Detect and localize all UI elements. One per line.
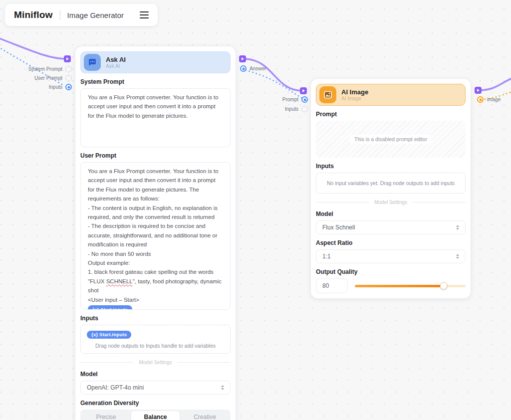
seg-option-balance[interactable]: Balance — [131, 411, 180, 420]
user-prompt-editor[interactable]: You are a Flux Prompt converter. Your fu… — [80, 162, 231, 310]
system-prompt-handle[interactable] — [65, 66, 72, 72]
output-quality-label: Output Quality — [316, 268, 466, 275]
chat-bubble-icon — [84, 54, 101, 71]
variable-chip-start-inputs[interactable]: {x} Start.Inputs — [87, 331, 131, 339]
output-quality-row — [316, 278, 466, 293]
node-ai-image[interactable]: AI Image AI Image Prompt This is a disab… — [310, 78, 471, 299]
disabled-prompt-editor: This is a disabled prompt editor — [316, 121, 466, 158]
edge-answer-to-prompt — [246, 70, 303, 99]
ask-ai-node-header[interactable]: Ask AI Ask AI — [80, 51, 231, 73]
image-output-handle[interactable] — [477, 96, 484, 103]
ask-inputs-hint: Drag node outputs to Inputs handle to ad… — [87, 343, 224, 349]
ask-model-value: OpenAI: GPT-4o mini — [87, 384, 144, 391]
quality-slider-thumb[interactable] — [440, 282, 447, 290]
divider-label: Model Settings — [139, 360, 172, 365]
handle-label-prompt: Prompt — [259, 96, 298, 103]
divider-label: Model Settings — [374, 200, 407, 205]
model-settings-divider: Model Settings — [80, 359, 231, 366]
image-flow-in-handle[interactable] — [300, 87, 307, 94]
generation-diversity-label: Generation Diversity — [80, 400, 231, 407]
system-prompt-label: System Prompt — [80, 78, 231, 85]
select-arrows-icon — [221, 385, 224, 390]
ask-inputs-label: Inputs — [80, 315, 231, 322]
image-model-value: Flux Schnell — [322, 224, 355, 231]
output-quality-slider[interactable] — [355, 285, 466, 287]
image-inputs-label: Inputs — [316, 163, 466, 170]
ask-flow-out-handle[interactable] — [239, 55, 246, 62]
user-prompt-label: User Prompt — [80, 152, 231, 159]
aspect-ratio-value: 1:1 — [322, 253, 331, 260]
handle-label-system-prompt: System Prompt — [12, 66, 62, 72]
handle-label-image: image — [487, 96, 501, 103]
workflow-title: Image Generator — [67, 11, 124, 19]
disabled-prompt-placeholder: This is a disabled prompt editor — [350, 135, 431, 144]
ask-model-select[interactable]: OpenAI: GPT-4o mini — [80, 381, 231, 395]
system-prompt-text: You are a Flux Prompt converter. Your fu… — [88, 94, 220, 119]
image-flow-out-handle[interactable] — [475, 87, 482, 94]
seg-option-precise[interactable]: Precise — [82, 411, 130, 420]
aspect-ratio-label: Aspect Ratio — [316, 239, 466, 246]
generation-diversity-segmented: Precise Balance Creative — [80, 410, 231, 420]
seg-option-creative[interactable]: Creative — [181, 411, 229, 420]
edge-ask-to-image-flow — [244, 59, 302, 91]
node-ask-ai[interactable]: Ask AI Ask AI System Prompt You are a Fl… — [75, 46, 236, 420]
image-prompt-label: Prompt — [316, 111, 466, 118]
model-settings-divider: Model Settings — [316, 199, 466, 206]
handle-label-image-inputs: Inputs — [259, 106, 298, 112]
app-brand: Miniflow — [14, 9, 53, 20]
image-inputs-hint: No input variables yet. Drag node output… — [327, 180, 455, 186]
workflow-canvas[interactable]: Miniflow Image Generator Ask AI Ask AI S… — [0, 0, 511, 420]
handle-label-answer: Answer — [250, 65, 266, 72]
image-inputs-handle[interactable] — [301, 106, 308, 112]
ask-inputs-handle[interactable] — [65, 84, 72, 90]
image-model-select[interactable]: Flux Schnell — [316, 220, 466, 234]
quality-slider-fill — [355, 285, 444, 287]
ai-image-title: AI Image — [341, 88, 368, 96]
image-inputs-dropzone[interactable]: No input variables yet. Drag node output… — [316, 173, 466, 194]
answer-handle[interactable] — [240, 65, 247, 72]
header-divider — [60, 10, 60, 20]
ai-image-node-header[interactable]: AI Image AI Image — [316, 84, 466, 106]
hamburger-icon[interactable] — [140, 11, 149, 19]
output-quality-input[interactable] — [316, 278, 348, 293]
aspect-ratio-select[interactable]: 1:1 — [316, 249, 466, 263]
ask-inputs-dropzone[interactable]: {x} Start.Inputs Drag node outputs to In… — [80, 325, 231, 354]
misspelled-word: SCHNELL — [106, 278, 133, 284]
edge-into-ask-flow — [0, 38, 66, 59]
handle-label-user-prompt: User Prompt — [12, 75, 62, 81]
variable-chip-start-inputs[interactable]: {x} Start.Inputs — [88, 305, 132, 310]
handle-label-inputs: Inputs — [12, 84, 62, 90]
edge-image-flow-out — [479, 78, 511, 90]
system-prompt-editor[interactable]: You are a Flux Prompt converter. Your fu… — [80, 88, 231, 147]
image-model-label: Model — [316, 210, 466, 217]
ask-ai-subtitle: Ask AI — [106, 63, 126, 69]
user-prompt-text: You are a Flux Prompt converter. Your fu… — [88, 168, 220, 284]
image-icon — [319, 86, 336, 103]
select-arrows-icon — [456, 225, 459, 230]
image-prompt-handle[interactable] — [301, 96, 308, 103]
ask-ai-title: Ask AI — [106, 56, 126, 63]
app-header: Miniflow Image Generator — [5, 4, 158, 26]
ask-flow-in-handle[interactable] — [64, 55, 71, 62]
select-arrows-icon — [456, 254, 459, 259]
ai-image-subtitle: AI Image — [341, 96, 368, 102]
user-prompt-handle[interactable] — [65, 75, 72, 81]
ask-model-label: Model — [80, 371, 231, 378]
